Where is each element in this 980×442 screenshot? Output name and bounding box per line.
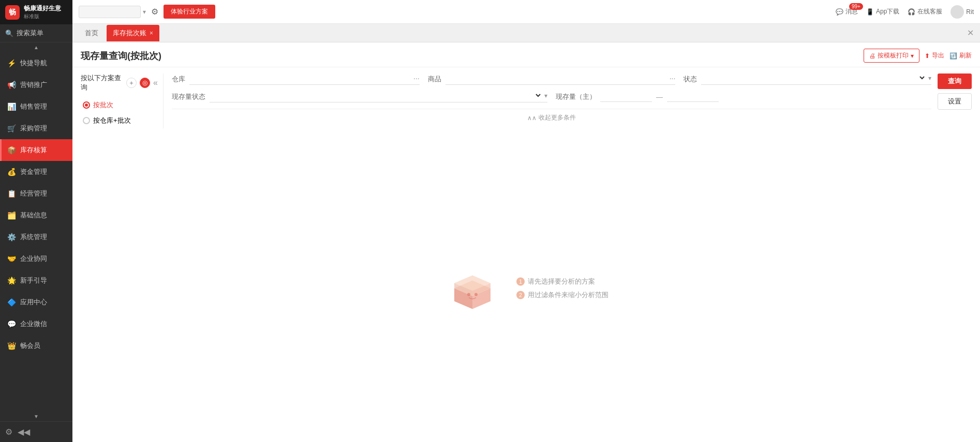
scheme-option-label: 按仓库+批次 xyxy=(93,116,131,125)
sidebar-item-quick-nav[interactable]: ⚡ 快捷导航 xyxy=(0,52,72,74)
collapse-sidebar-icon[interactable]: ◀◀ xyxy=(18,427,30,437)
filter-stock-qty: 现存量（主） — xyxy=(556,92,931,102)
messages-badge: 99+ xyxy=(849,3,863,10)
warehouse-label: 仓库 xyxy=(172,75,185,84)
status-label: 状态 xyxy=(684,75,697,84)
sidebar-item-newbie[interactable]: 🌟 新手引导 xyxy=(0,270,72,291)
radio-warehouse-batch xyxy=(83,117,90,124)
breadcrumb-input[interactable] xyxy=(79,6,141,18)
tabbar: 首页 库存批次账 × ✕ xyxy=(72,24,980,42)
print-dropdown-icon[interactable]: ▾ xyxy=(911,52,914,60)
page-header-actions: 🖨 按模板打印 ▾ ⬆ 导出 🔃 刷新 xyxy=(864,49,972,63)
search-menu[interactable]: 🔍 搜索菜单 xyxy=(0,24,72,42)
print-btn[interactable]: 🖨 按模板打印 ▾ xyxy=(864,49,919,63)
hint-text-2: 用过滤条件来缩小分析范围 xyxy=(528,290,608,300)
sidebar-item-label: 畅会员 xyxy=(20,341,40,350)
empty-hint-2: 2 用过滤条件来缩小分析范围 xyxy=(516,290,608,300)
settings-icon[interactable]: ⚙ xyxy=(5,427,12,437)
sidebar-item-appstore[interactable]: 🔷 应用中心 xyxy=(0,291,72,313)
empty-hint-1: 1 请先选择要分析的方案 xyxy=(516,277,608,286)
main-area: ▾ ⚙ 体验行业方案 💬 消息 99+ 📱 App下载 🎧 在线客服 Rit xyxy=(72,0,980,442)
sidebar-item-sales[interactable]: 📊 销售管理 xyxy=(0,96,72,117)
add-scheme-btn[interactable]: ＋ xyxy=(126,78,137,88)
sidebar-item-member[interactable]: 👑 畅会员 xyxy=(0,335,72,357)
sidebar-item-label: 营销推广 xyxy=(20,80,47,90)
refresh-btn[interactable]: 🔃 刷新 xyxy=(949,51,972,60)
empty-box-svg xyxy=(444,260,501,317)
sales-icon: 📊 xyxy=(7,102,16,111)
sidebar-item-operation[interactable]: 📋 经营管理 xyxy=(0,183,72,204)
username-label: Rit xyxy=(966,8,974,16)
query-btn[interactable]: 查询 xyxy=(938,73,972,89)
app-download-btn[interactable]: 📱 App下载 xyxy=(866,7,899,16)
scroll-down-btn[interactable]: ▼ xyxy=(0,411,72,421)
goods-input-wrap: ··· xyxy=(446,74,676,85)
page-title: 现存量查询(按批次) xyxy=(81,50,161,62)
quick-nav-icon: ⚡ xyxy=(7,58,16,68)
customer-service-btn[interactable]: 🎧 在线客服 xyxy=(908,7,942,16)
sidebar-item-system[interactable]: ⚙️ 系统管理 xyxy=(0,226,72,248)
scheme-settings-btn[interactable]: ◎ xyxy=(140,78,150,88)
enterprise-icon: 🤝 xyxy=(7,254,16,263)
status-select[interactable] xyxy=(701,73,926,82)
sidebar-item-purchase[interactable]: 🛒 采购管理 xyxy=(0,117,72,139)
messages-btn[interactable]: 💬 消息 99+ xyxy=(836,7,858,16)
scheme-option-warehouse-batch[interactable]: 按仓库+批次 xyxy=(81,113,158,128)
filter-stock-status: 现存量状态 ▾ xyxy=(172,91,547,102)
sidebar-item-inventory[interactable]: 📦 库存核算 xyxy=(0,139,72,161)
sidebar-item-label: 资金管理 xyxy=(20,167,47,176)
stock-qty-min-input[interactable] xyxy=(600,92,652,102)
user-avatar-btn[interactable]: Rit xyxy=(951,5,974,19)
filter-warehouse: 仓库 ··· xyxy=(172,74,420,85)
tab-inventory-batch[interactable]: 库存批次账 × xyxy=(107,25,159,41)
sidebar-title-block: 畅康通好生意 标准版 xyxy=(24,4,61,20)
page-content: 现存量查询(按批次) 🖨 按模板打印 ▾ ⬆ 导出 🔃 刷新 xyxy=(72,42,980,442)
warehouse-input-wrap: ··· xyxy=(189,74,420,85)
trial-btn[interactable]: 体验行业方案 xyxy=(164,5,215,19)
svg-point-7 xyxy=(474,293,478,296)
tab-close-icon[interactable]: × xyxy=(150,30,153,37)
stock-status-select[interactable] xyxy=(210,91,542,100)
member-icon: 👑 xyxy=(7,341,16,350)
topbar-gear-icon[interactable]: ⚙ xyxy=(151,7,158,17)
filter-row-1: 仓库 ··· 商品 ··· 状态 xyxy=(172,73,931,85)
scheme-option-batch[interactable]: 按批次 xyxy=(81,97,158,113)
sidebar-item-label: 企业协同 xyxy=(20,254,47,263)
sidebar-item-label: 采购管理 xyxy=(20,124,47,133)
goods-more-icon[interactable]: ··· xyxy=(670,74,676,82)
sidebar-item-finance[interactable]: 💰 资金管理 xyxy=(0,161,72,183)
sidebar-item-marketing[interactable]: 📢 营销推广 xyxy=(0,74,72,96)
warehouse-input[interactable] xyxy=(189,74,411,82)
breadcrumb-input-group: ▾ xyxy=(79,6,146,18)
printer-icon: 🖨 xyxy=(869,52,875,60)
scroll-up-btn[interactable]: ▲ xyxy=(0,42,72,52)
sidebar-item-wechat[interactable]: 💬 企业微信 xyxy=(0,313,72,335)
breadcrumb-chevron-icon[interactable]: ▾ xyxy=(143,8,146,16)
stock-qty-max-input[interactable] xyxy=(667,92,719,102)
filter-scheme-label: 按以下方案查询 xyxy=(81,73,126,92)
tab-home[interactable]: 首页 xyxy=(79,25,105,41)
appstore-icon: 🔷 xyxy=(7,298,16,307)
sidebar-item-enterprise[interactable]: 🤝 企业协同 xyxy=(0,248,72,270)
sidebar-item-basic[interactable]: 🗂️ 基础信息 xyxy=(0,204,72,226)
stock-status-dropdown-icon[interactable]: ▾ xyxy=(544,92,547,99)
tab-panel-close-icon[interactable]: ✕ xyxy=(967,28,974,38)
sidebar-item-label: 快捷导航 xyxy=(20,58,47,68)
filter-status: 状态 ▾ xyxy=(684,73,931,85)
sidebar-item-label: 系统管理 xyxy=(20,232,47,242)
sidebar-item-label: 基础信息 xyxy=(20,211,47,220)
export-btn[interactable]: ⬆ 导出 xyxy=(925,51,944,60)
collapse-filter-row[interactable]: ∧∧ 收起更多条件 xyxy=(172,109,931,126)
goods-input[interactable] xyxy=(446,74,667,82)
sidebar-company: 畅康通好生意 xyxy=(24,4,61,13)
filter-actions: 查询 设置 xyxy=(931,73,972,128)
filter-main: 仓库 ··· 商品 ··· 状态 xyxy=(164,73,931,128)
page-header: 现存量查询(按批次) 🖨 按模板打印 ▾ ⬆ 导出 🔃 刷新 xyxy=(72,42,980,67)
wechat-icon: 💬 xyxy=(7,319,16,329)
filter-collapse-btn[interactable]: « xyxy=(153,78,158,87)
warehouse-more-icon[interactable]: ··· xyxy=(413,74,420,82)
system-icon: ⚙️ xyxy=(7,232,16,242)
sidebar-logo: 畅 xyxy=(5,5,20,20)
settings-btn[interactable]: 设置 xyxy=(938,93,972,110)
stock-qty-label: 现存量（主） xyxy=(556,92,596,101)
